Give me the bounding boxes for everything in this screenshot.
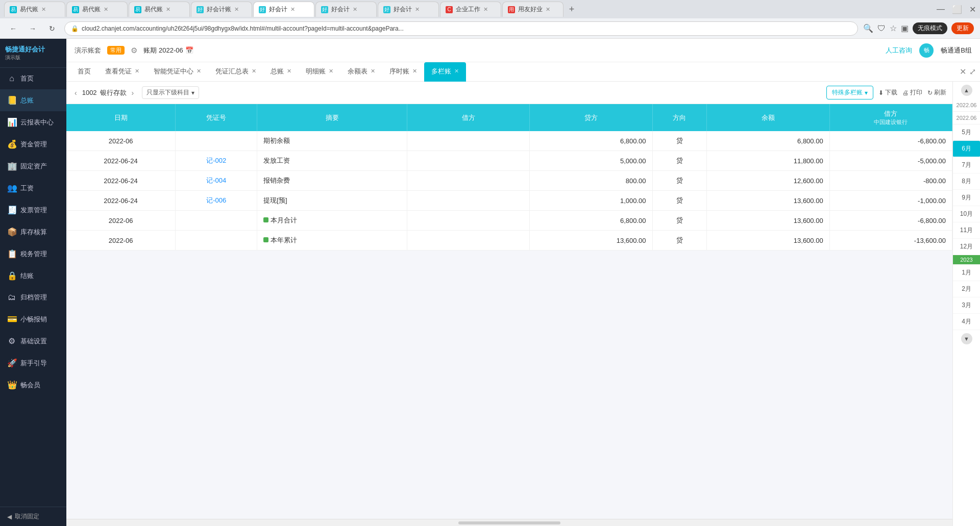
- sidebar-item-funds[interactable]: 💰 资金管理: [0, 133, 66, 155]
- browser-tab-7[interactable]: 好 好会计 ✕: [378, 2, 439, 17]
- tab-close-5[interactable]: ✕: [290, 6, 295, 13]
- tab-close-4[interactable]: ✕: [234, 6, 239, 13]
- month-item-may[interactable]: 5月: [953, 124, 980, 141]
- voucher-link-3[interactable]: 记-006: [206, 196, 226, 204]
- stealth-mode-button[interactable]: 无痕模式: [913, 22, 947, 34]
- tab-sequence[interactable]: 序时账 ✕: [382, 62, 424, 82]
- month-item-apr[interactable]: 4月: [953, 314, 980, 330]
- month-item-december[interactable]: 12月: [953, 239, 980, 255]
- new-tab-button[interactable]: +: [565, 2, 579, 16]
- tab-balance[interactable]: 余额表 ✕: [340, 62, 382, 82]
- shield-icon[interactable]: 🛡: [877, 24, 886, 33]
- tab-view-voucher[interactable]: 查看凭证 ✕: [98, 62, 146, 82]
- browser-tab-8[interactable]: C 企业工作 ✕: [440, 2, 501, 17]
- reload-button[interactable]: ↻: [45, 21, 59, 36]
- voucher-link-2[interactable]: 记-004: [206, 177, 226, 184]
- sidebar-item-inventory[interactable]: 📦 库存核算: [0, 221, 66, 243]
- prev-account-button[interactable]: ‹: [72, 88, 79, 98]
- cell-voucher-4[interactable]: [176, 211, 257, 231]
- calendar-icon[interactable]: 📅: [185, 46, 193, 54]
- month-item-november[interactable]: 11月: [953, 222, 980, 239]
- tab-multi-column[interactable]: 多栏账 ✕: [424, 62, 466, 82]
- month-item-july[interactable]: 7月: [953, 157, 980, 173]
- maximize-button[interactable]: ⬜: [952, 5, 962, 14]
- sidebar-item-reports[interactable]: 📊 云报表中心: [0, 111, 66, 133]
- consult-label[interactable]: 人工咨询: [886, 46, 912, 55]
- tab-expand-icon[interactable]: ⤢: [969, 67, 976, 77]
- next-account-button[interactable]: ›: [130, 88, 136, 98]
- tab-close-8[interactable]: ✕: [483, 6, 488, 13]
- refresh-button[interactable]: ↻ 刷新: [927, 88, 946, 97]
- tab-close-1[interactable]: ✕: [41, 6, 46, 13]
- month-scroll-down-button[interactable]: ▼: [961, 333, 972, 344]
- download-button[interactable]: ⬇ 下载: [878, 88, 897, 97]
- special-multi-column-button[interactable]: 特殊多栏账 ▾: [826, 86, 873, 99]
- sidebar-item-settings[interactable]: ⚙ 基础设置: [0, 330, 66, 352]
- horizontal-scrollbar[interactable]: [66, 519, 952, 526]
- tab-close-smart-voucher[interactable]: ✕: [197, 68, 201, 74]
- sidebar-item-general-ledger[interactable]: 📒 总账: [0, 89, 66, 111]
- month-item-june[interactable]: 6月: [953, 141, 980, 157]
- sidebar-item-close[interactable]: 🔒 结账: [0, 265, 66, 287]
- sidebar-item-assets[interactable]: 🏢 固定资产: [0, 155, 66, 177]
- minimize-button[interactable]: —: [937, 5, 945, 14]
- sidebar-item-vip[interactable]: 👑 畅会员: [0, 374, 66, 396]
- browser-tab-9[interactable]: 用 用友好业 ✕: [502, 2, 564, 17]
- tab-general-ledger[interactable]: 总账 ✕: [263, 62, 299, 82]
- tab-close-multi-column[interactable]: ✕: [454, 68, 459, 74]
- tab-smart-voucher[interactable]: 智能凭证中心 ✕: [146, 62, 208, 82]
- star-icon[interactable]: ☆: [890, 23, 897, 33]
- sub-account-filter[interactable]: 只显示下级科目 ▾: [142, 86, 199, 99]
- month-item-jan[interactable]: 1月: [953, 265, 980, 281]
- sidebar-item-guide[interactable]: 🚀 新手引导: [0, 352, 66, 374]
- browser-tab-6[interactable]: 好 好会计 ✕: [315, 2, 377, 17]
- month-item-mar[interactable]: 3月: [953, 297, 980, 314]
- month-item-september[interactable]: 9月: [953, 190, 980, 206]
- cell-voucher-3[interactable]: 记-006: [176, 191, 257, 211]
- tab-voucher-summary[interactable]: 凭证汇总表 ✕: [208, 62, 263, 82]
- tab-close-detail-ledger[interactable]: ✕: [329, 68, 333, 74]
- unpin-button[interactable]: ◀ 取消固定: [0, 507, 66, 526]
- update-button[interactable]: 更新: [951, 22, 974, 34]
- tab-close-6[interactable]: ✕: [353, 6, 357, 13]
- tab-home[interactable]: 首页: [70, 62, 98, 82]
- tab-close-7[interactable]: ✕: [415, 6, 420, 13]
- cell-voucher-2[interactable]: 记-004: [176, 171, 257, 191]
- cell-voucher-0[interactable]: [176, 131, 257, 151]
- browser-tab-3[interactable]: 易 易代账 ✕: [129, 2, 190, 17]
- sidebar-item-expense[interactable]: 💳 小畅报销: [0, 308, 66, 330]
- print-button[interactable]: 🖨 打印: [902, 88, 922, 97]
- voucher-link-1[interactable]: 记-002: [206, 157, 226, 164]
- tab-close-balance[interactable]: ✕: [371, 68, 375, 74]
- browser-tab-2[interactable]: 易 易代账 ✕: [66, 2, 128, 17]
- month-item-feb[interactable]: 2月: [953, 281, 980, 297]
- month-scroll-up-button[interactable]: ▲: [961, 85, 972, 96]
- browser-tab-1[interactable]: 易 易代账 ✕: [4, 2, 65, 17]
- tab-close-sequence[interactable]: ✕: [412, 68, 417, 74]
- user-label[interactable]: 畅通通B组: [941, 46, 972, 55]
- close-window-button[interactable]: ✕: [969, 5, 976, 14]
- month-item-october[interactable]: 10月: [953, 206, 980, 222]
- tab-close-voucher-summary[interactable]: ✕: [252, 68, 256, 74]
- browser-tab-4[interactable]: 好 好会计账 ✕: [191, 2, 252, 17]
- tab-detail-ledger[interactable]: 明细账 ✕: [299, 62, 340, 82]
- sidebar-item-invoice[interactable]: 🧾 发票管理: [0, 199, 66, 221]
- sidebar-item-tax[interactable]: 📋 税务管理: [0, 243, 66, 265]
- sidebar-toggle-icon[interactable]: ▣: [901, 23, 909, 33]
- tab-close-view-voucher[interactable]: ✕: [135, 68, 139, 74]
- back-button[interactable]: ←: [6, 21, 20, 36]
- sidebar-item-archive[interactable]: 🗂 归档管理: [0, 287, 66, 308]
- tab-collapse-icon[interactable]: ✕: [960, 67, 966, 77]
- tab-close-9[interactable]: ✕: [546, 6, 550, 13]
- tab-close-3[interactable]: ✕: [166, 6, 170, 13]
- browser-tab-5[interactable]: 好 好会计 ✕: [253, 2, 314, 17]
- search-icon[interactable]: 🔍: [863, 23, 873, 33]
- month-item-august[interactable]: 8月: [953, 173, 980, 190]
- tab-close-general-ledger[interactable]: ✕: [287, 68, 291, 74]
- sidebar-item-payroll[interactable]: 👥 工资: [0, 177, 66, 199]
- account-badge[interactable]: 常用: [107, 46, 125, 55]
- address-input[interactable]: 🔒 cloud2.chanjet.com/accounting/uh26t264…: [64, 21, 858, 36]
- cell-voucher-5[interactable]: [176, 231, 257, 251]
- sidebar-item-home[interactable]: ⌂ 首页: [0, 68, 66, 89]
- forward-button[interactable]: →: [26, 21, 40, 36]
